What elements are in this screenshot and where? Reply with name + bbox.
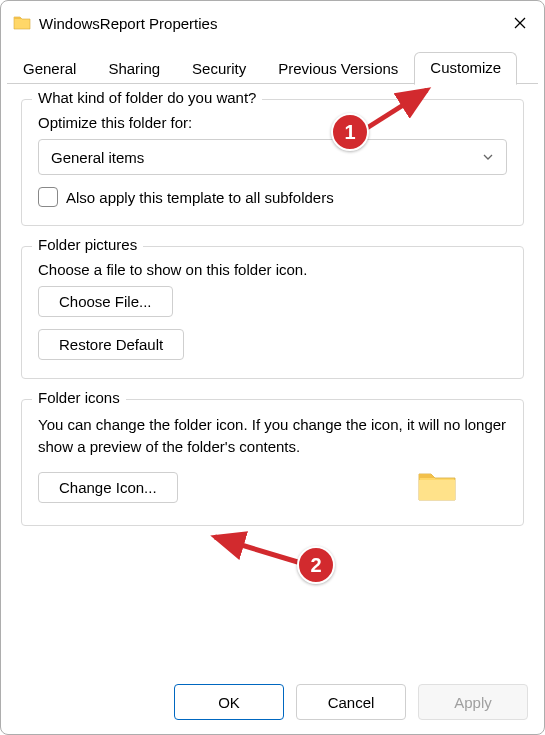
tab-strip: General Sharing Security Previous Versio… <box>1 51 544 84</box>
folder-pictures-group: Folder pictures Choose a file to show on… <box>21 246 524 379</box>
change-icon-button[interactable]: Change Icon... <box>38 472 178 503</box>
folder-pictures-legend: Folder pictures <box>32 236 143 253</box>
tab-customize[interactable]: Customize <box>414 52 517 85</box>
apply-subfolders-label: Also apply this template to all subfolde… <box>66 189 334 206</box>
properties-dialog: WindowsReport Properties General Sharing… <box>0 0 545 735</box>
optimize-group: What kind of folder do you want? Optimiz… <box>21 99 524 226</box>
folder-pictures-label: Choose a file to show on this folder ico… <box>38 261 507 278</box>
chevron-down-icon <box>482 149 494 166</box>
folder-icons-legend: Folder icons <box>32 389 126 406</box>
apply-subfolders-checkbox[interactable] <box>38 187 58 207</box>
dialog-footer: OK Cancel Apply <box>1 672 544 734</box>
apply-button[interactable]: Apply <box>418 684 528 720</box>
close-button[interactable] <box>504 7 536 39</box>
close-icon <box>513 16 527 30</box>
ok-button[interactable]: OK <box>174 684 284 720</box>
titlebar: WindowsReport Properties <box>1 1 544 45</box>
folder-icons-desc: You can change the folder icon. If you c… <box>38 414 507 458</box>
optimize-label: Optimize this folder for: <box>38 114 507 131</box>
cancel-button[interactable]: Cancel <box>296 684 406 720</box>
tab-sharing[interactable]: Sharing <box>92 53 176 85</box>
optimize-group-legend: What kind of folder do you want? <box>32 89 262 106</box>
choose-file-button[interactable]: Choose File... <box>38 286 173 317</box>
folder-icon <box>13 14 31 32</box>
current-folder-icon <box>417 468 457 507</box>
tab-previous-versions[interactable]: Previous Versions <box>262 53 414 85</box>
restore-default-button[interactable]: Restore Default <box>38 329 184 360</box>
optimize-select[interactable]: General items <box>38 139 507 175</box>
folder-icons-group: Folder icons You can change the folder i… <box>21 399 524 526</box>
window-title: WindowsReport Properties <box>39 15 504 32</box>
apply-subfolders-row: Also apply this template to all subfolde… <box>38 187 507 207</box>
tab-general[interactable]: General <box>7 53 92 85</box>
optimize-select-value: General items <box>51 149 144 166</box>
tab-security[interactable]: Security <box>176 53 262 85</box>
customize-panel: What kind of folder do you want? Optimiz… <box>1 85 544 672</box>
